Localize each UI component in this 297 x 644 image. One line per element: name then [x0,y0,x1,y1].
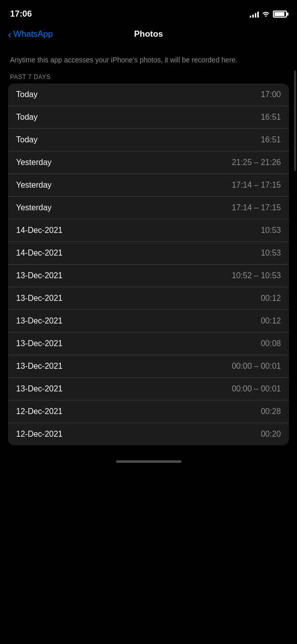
section-header: PAST 7 DAYS [0,69,297,84]
back-label: WhatsApp [14,29,53,39]
table-row: 13-Dec-202100:08 [8,333,289,355]
row-value: 17:00 [261,90,281,99]
table-row: 14-Dec-202110:53 [8,219,289,242]
signal-bars-icon [250,11,259,18]
row-label: Yesterday [16,158,52,167]
nav-title: Photos [134,29,163,39]
status-icons [250,11,287,18]
row-label: 14-Dec-2021 [16,249,63,258]
row-label: 13-Dec-2021 [16,362,63,371]
table-row: 12-Dec-202100:20 [8,423,289,445]
row-value: 00:12 [261,316,281,326]
scrollbar[interactable] [294,70,296,171]
row-label: 13-Dec-2021 [16,294,63,303]
battery-icon [273,11,287,18]
table-row: 13-Dec-202100:12 [8,310,289,333]
back-button[interactable]: ‹ WhatsApp [8,29,53,39]
row-value: 17:14 – 17:15 [232,203,281,212]
table-row: 13-Dec-202100:00 – 00:01 [8,378,289,400]
row-label: 13-Dec-2021 [16,271,63,280]
table-row: Today16:51 [8,129,289,151]
row-label: Today [16,113,38,122]
table-row: 12-Dec-202100:28 [8,400,289,423]
row-label: 13-Dec-2021 [16,316,63,326]
row-value: 10:53 [261,226,281,235]
row-value: 00:00 – 00:01 [232,384,281,393]
row-value: 21:25 – 21:26 [232,158,281,167]
table-row: 14-Dec-202110:53 [8,242,289,265]
table-row: Yesterday21:25 – 21:26 [8,151,289,174]
table-row: 13-Dec-202100:12 [8,287,289,310]
row-value: 00:28 [261,407,281,416]
row-value: 16:51 [261,113,281,122]
description-text: Anytime this app accesses your iPhone's … [0,45,297,69]
status-bar: 17:06 [0,0,297,25]
chevron-left-icon: ‹ [8,29,12,39]
row-label: 13-Dec-2021 [16,339,63,348]
table-row: Today16:51 [8,106,289,129]
row-label: 12-Dec-2021 [16,430,63,439]
table-row: Today17:00 [8,84,289,106]
row-value: 17:14 – 17:15 [232,181,281,190]
wifi-icon [262,11,270,18]
row-label: Yesterday [16,203,52,212]
row-value: 00:08 [261,339,281,348]
home-indicator [0,455,297,467]
row-label: 13-Dec-2021 [16,384,63,393]
table-row: 13-Dec-202100:00 – 00:01 [8,355,289,378]
row-label: Yesterday [16,181,52,190]
row-value: 00:20 [261,430,281,439]
row-value: 16:51 [261,135,281,144]
row-value: 00:00 – 00:01 [232,362,281,371]
row-label: 14-Dec-2021 [16,226,63,235]
row-label: Today [16,90,38,99]
page-wrapper: 17:06 ‹ WhatsApp Photos Anyti [0,0,297,467]
row-value: 00:12 [261,294,281,303]
row-value: 10:52 – 10:53 [232,271,281,280]
nav-bar: ‹ WhatsApp Photos [0,25,297,45]
row-label: Today [16,135,38,144]
access-log-table: Today17:00Today16:51Today16:51Yesterday2… [8,84,289,445]
row-value: 10:53 [261,249,281,258]
status-time: 17:06 [10,9,32,19]
table-row: Yesterday17:14 – 17:15 [8,197,289,219]
table-row: 13-Dec-202110:52 – 10:53 [8,265,289,287]
row-label: 12-Dec-2021 [16,407,63,416]
table-row: Yesterday17:14 – 17:15 [8,174,289,197]
